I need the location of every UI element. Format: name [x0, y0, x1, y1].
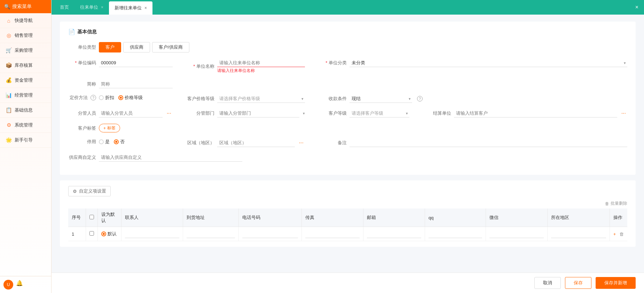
pricing-help-icon[interactable]: ?	[91, 95, 96, 100]
sidebar-label-finance: 资金管理	[15, 77, 33, 83]
user-avatar: U	[3, 280, 13, 290]
payment-terms-help-icon[interactable]: ?	[417, 96, 423, 101]
payment-terms-select[interactable]: 现结	[350, 95, 412, 103]
region-ellipsis-btn[interactable]: ···	[298, 140, 305, 146]
batch-delete-btn[interactable]: 🗑 批量删除	[68, 201, 627, 209]
add-tag-btn[interactable]: + 标签	[99, 124, 120, 132]
manager-group: 分管人员 ···	[68, 109, 173, 117]
address-input[interactable]	[187, 230, 235, 238]
close-all-tabs-btn[interactable]: ×	[633, 3, 641, 12]
tab-contacts[interactable]: 往来单位 ×	[74, 0, 109, 15]
remark-input[interactable]	[350, 139, 627, 147]
sidebar: 🔍 搜索菜单 ⌂ 快捷导航 ◎ 销售管理 🛒 采购管理 📦 库存核算 💰 资金管…	[0, 0, 52, 293]
sidebar-item-inventory[interactable]: 📦 库存核算	[0, 58, 51, 73]
sidebar-item-guide[interactable]: 🌟 新手引导	[0, 133, 51, 148]
tab-home[interactable]: 首页	[54, 0, 74, 15]
supplier-custom-label: 供应商自定义	[68, 154, 96, 161]
sidebar-label-inventory: 库存核算	[15, 62, 33, 68]
section-header: 📄 基本信息	[68, 29, 627, 35]
remark-label: 备注	[319, 140, 347, 146]
customer-level-select[interactable]: 请选择客户等级	[350, 109, 409, 117]
table-header-row: 序号 设为默认 联系人 到货地址 电话号码 传真 邮箱 qq 微信 所在地区	[68, 209, 627, 227]
cell-region	[547, 227, 610, 241]
settlement-ellipsis-btn[interactable]: ···	[620, 110, 627, 116]
cell-action: + 🗑	[610, 227, 627, 241]
search-menu-btn[interactable]: 🔍 搜索菜单	[0, 0, 51, 13]
sidebar-item-sales[interactable]: ◎ 销售管理	[0, 28, 51, 43]
department-group: 分管部门 ▾	[187, 109, 305, 117]
manager-ellipsis-btn[interactable]: ···	[165, 110, 173, 116]
sidebar-item-purchase[interactable]: 🛒 采购管理	[0, 43, 51, 58]
sidebar-label-purchase: 采购管理	[15, 47, 33, 54]
disable-radio-group: 是 否	[99, 139, 125, 145]
radio-discount[interactable]: 折扣	[99, 95, 114, 101]
col-address: 到货地址	[183, 209, 239, 227]
unit-category-select[interactable]: 未分类	[350, 59, 627, 67]
search-menu-label: 搜索菜单	[12, 3, 32, 10]
finance-icon: 💰	[6, 77, 12, 83]
unit-type-row: 单位类型 客户 供应商 客户/供应商	[68, 42, 627, 52]
purchase-icon: 🛒	[6, 47, 12, 54]
unit-btn-customer[interactable]: 客户	[99, 42, 121, 52]
unit-name-input[interactable]	[217, 59, 305, 67]
col-action: 操作	[610, 209, 627, 227]
row-default-radio[interactable]: 默认	[101, 231, 118, 237]
contacts-table: 序号 设为默认 联系人 到货地址 电话号码 传真 邮箱 qq 微信 所在地区	[68, 209, 627, 241]
radio-discount-circle	[99, 95, 104, 100]
short-name-label: 简称	[68, 81, 96, 87]
unit-btn-supplier[interactable]: 供应商	[123, 42, 150, 52]
manager-input[interactable]	[99, 109, 163, 117]
sidebar-item-system[interactable]: ⚙ 系统管理	[0, 118, 51, 133]
unit-name-group: * 单位名称 请输入往来单位名称	[187, 59, 305, 74]
region-label: 区域（地区）	[187, 140, 214, 146]
settlement-input[interactable]	[454, 109, 617, 117]
notification-icon[interactable]: 🔔	[16, 280, 23, 290]
tab-contacts-close[interactable]: ×	[101, 5, 103, 10]
sidebar-item-finance[interactable]: 💰 资金管理	[0, 73, 51, 88]
supplier-custom-group: 供应商自定义	[68, 153, 242, 162]
qq-input[interactable]	[429, 230, 482, 238]
unit-category-select-wrap: 未分类 ▾	[350, 59, 627, 67]
radio-yes[interactable]: 是	[99, 139, 110, 145]
email-input[interactable]	[367, 230, 421, 238]
select-all-checkbox[interactable]	[89, 215, 94, 219]
unit-type-buttons: 客户 供应商 客户/供应商	[99, 42, 189, 52]
unit-code-input[interactable]	[99, 59, 173, 67]
remark-group: 备注	[319, 139, 627, 147]
short-name-input[interactable]	[99, 80, 173, 88]
radio-price-level[interactable]: 价格等级	[118, 95, 143, 101]
settlement-group: 结算单位 ···	[423, 109, 627, 117]
save-new-button[interactable]: 保存并新增	[596, 277, 636, 289]
fax-input[interactable]	[305, 230, 360, 238]
radio-no[interactable]: 否	[114, 139, 125, 145]
region-input[interactable]	[217, 139, 295, 147]
tab-new-contact[interactable]: 新增往来单位 ×	[109, 1, 152, 15]
tab-new-contact-close[interactable]: ×	[144, 6, 147, 10]
save-button[interactable]: 保存	[565, 277, 591, 289]
unit-type-label: 单位类型	[68, 44, 96, 50]
row-checkbox[interactable]	[89, 231, 94, 236]
custom-settings-btn[interactable]: ⚙ 自定义项设置	[68, 186, 111, 196]
region-table-input[interactable]	[551, 230, 606, 238]
supplier-custom-input[interactable]	[99, 153, 242, 162]
unit-category-label: * 单位分类	[319, 60, 347, 66]
wechat-input[interactable]	[489, 230, 544, 238]
contact-input[interactable]	[125, 230, 179, 238]
department-input[interactable]	[217, 109, 299, 117]
delete-row-btn[interactable]: 🗑	[619, 231, 624, 237]
add-row-btn[interactable]: +	[613, 231, 616, 237]
department-label: 分管部门	[187, 110, 214, 116]
sidebar-item-operations[interactable]: 📊 经营管理	[0, 88, 51, 103]
sidebar-item-quick-nav[interactable]: ⌂ 快捷导航	[0, 13, 51, 28]
customer-tag-group: 客户标签 + 标签	[68, 124, 627, 132]
customer-price-select[interactable]: 请选择客户价格等级	[217, 95, 305, 103]
cancel-button[interactable]: 取消	[534, 277, 561, 289]
phone-input[interactable]	[242, 230, 298, 238]
sidebar-item-basic-info[interactable]: 📋 基础信息	[0, 103, 51, 118]
guide-icon: 🌟	[6, 137, 12, 143]
unit-btn-both[interactable]: 客户/供应商	[152, 42, 189, 52]
col-region: 所在地区	[547, 209, 610, 227]
cell-phone	[239, 227, 302, 241]
customer-price-group: 客户价格等级 请选择客户价格等级 ▾	[187, 95, 305, 103]
sidebar-label-basic-info: 基础信息	[15, 107, 33, 113]
